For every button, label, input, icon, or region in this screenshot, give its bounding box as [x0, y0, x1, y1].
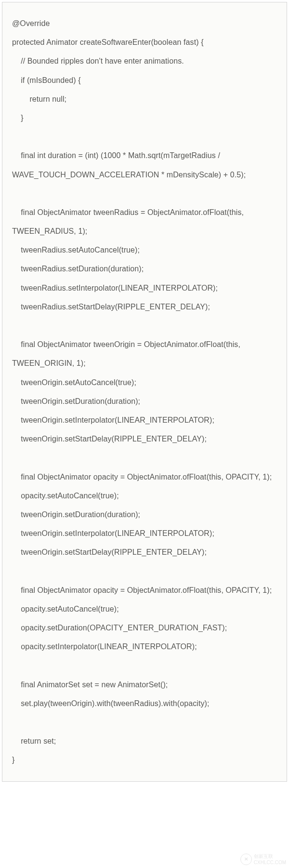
code-line: final ObjectAnimator tweenOrigin = Objec…: [12, 335, 277, 373]
code-line: // Bounded ripples don't have enter anim…: [12, 52, 277, 70]
code-line: [12, 448, 277, 467]
code-line: [12, 656, 277, 675]
code-line: tweenOrigin.setInterpolator(LINEAR_INTER…: [12, 524, 277, 543]
code-line: [12, 127, 277, 146]
code-line: [12, 561, 277, 580]
code-line: final ObjectAnimator opacity = ObjectAni…: [12, 581, 277, 600]
code-line: if (mIsBounded) {: [12, 71, 277, 90]
code-line: final AnimatorSet set = new AnimatorSet(…: [12, 675, 277, 694]
code-line: opacity.setAutoCancel(true);: [12, 486, 277, 505]
code-line: tweenOrigin.setStartDelay(RIPPLE_ENTER_D…: [12, 429, 277, 448]
code-line: final int duration = (int) (1000 * Math.…: [12, 146, 277, 184]
code-line: }: [12, 750, 277, 769]
code-line: }: [12, 108, 277, 127]
code-line: tweenRadius.setAutoCancel(true);: [12, 240, 277, 259]
code-block: @Overrideprotected Animator createSoftwa…: [2, 2, 287, 782]
code-line: [12, 184, 277, 203]
code-line: tweenOrigin.setStartDelay(RIPPLE_ENTER_D…: [12, 543, 277, 561]
code-line: tweenRadius.setDuration(duration);: [12, 259, 277, 278]
code-line: tweenOrigin.setAutoCancel(true);: [12, 373, 277, 392]
code-line: set.play(tweenOrigin).with(tweenRadius).…: [12, 694, 277, 713]
code-line: [12, 713, 277, 732]
code-line: final ObjectAnimator opacity = ObjectAni…: [12, 467, 277, 486]
code-line: tweenOrigin.setInterpolator(LINEAR_INTER…: [12, 411, 277, 429]
code-line: return null;: [12, 90, 277, 108]
code-line: [12, 316, 277, 335]
code-line: protected Animator createSoftwareEnter(b…: [12, 33, 277, 52]
code-line: final ObjectAnimator tweenRadius = Objec…: [12, 203, 277, 240]
code-line: tweenRadius.setInterpolator(LINEAR_INTER…: [12, 279, 277, 297]
code-line: opacity.setAutoCancel(true);: [12, 600, 277, 618]
code-line: opacity.setInterpolator(LINEAR_INTERPOLA…: [12, 637, 277, 656]
code-line: tweenRadius.setStartDelay(RIPPLE_ENTER_D…: [12, 297, 277, 316]
code-line: opacity.setDuration(OPACITY_ENTER_DURATI…: [12, 618, 277, 637]
code-container: @Overrideprotected Animator createSoftwa…: [12, 14, 277, 770]
code-line: tweenOrigin.setDuration(duration);: [12, 392, 277, 411]
code-line: @Override: [12, 14, 277, 33]
code-line: tweenOrigin.setDuration(duration);: [12, 505, 277, 524]
code-line: return set;: [12, 732, 277, 750]
